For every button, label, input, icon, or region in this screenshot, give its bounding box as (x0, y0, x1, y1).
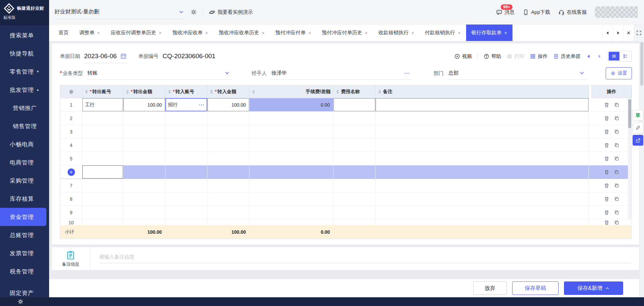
next-doc-icon[interactable] (597, 54, 602, 59)
remark-input[interactable]: 请输入备注信息 (99, 254, 631, 263)
fee-name-cell[interactable] (334, 219, 376, 225)
help-button[interactable]: 帮助 (484, 53, 501, 60)
close-tab-icon[interactable]: × (458, 30, 460, 36)
fee-cell[interactable] (250, 139, 334, 152)
memo-cell[interactable] (376, 206, 589, 219)
fee-cell[interactable] (250, 179, 334, 192)
fee-cell[interactable] (250, 125, 334, 139)
lookup-ellipsis[interactable]: ··· (404, 71, 410, 76)
biz-type-select[interactable]: 转账 (87, 67, 232, 80)
delete-row-button[interactable] (604, 196, 609, 202)
fullscreen-icon[interactable] (634, 25, 644, 41)
grid-scrollbar[interactable] (628, 99, 632, 219)
in-amount-cell[interactable] (207, 125, 250, 139)
in-account-cell[interactable] (165, 179, 207, 192)
memo-cell[interactable] (376, 125, 589, 139)
link-tool[interactable] (633, 122, 643, 133)
form-view-button[interactable] (620, 52, 631, 61)
col-memo[interactable]: 备注 (376, 85, 589, 98)
expand-tool[interactable] (633, 135, 643, 146)
copy-row-button[interactable] (614, 129, 619, 135)
memo-cell[interactable] (376, 98, 589, 112)
out-amount-cell[interactable] (123, 152, 165, 165)
in-account-cell[interactable] (165, 139, 207, 152)
col-in-account[interactable]: *转入账号 (165, 85, 207, 98)
copy-row-button[interactable] (614, 210, 619, 215)
in-account-cell[interactable] (165, 125, 207, 139)
close-tab-icon[interactable]: × (365, 30, 368, 36)
memo-cell[interactable] (376, 219, 589, 225)
in-account-cell[interactable] (165, 206, 207, 219)
grid-scrollbar-thumb[interactable] (628, 99, 631, 128)
close-all-tabs-button[interactable]: × (623, 25, 634, 41)
copy-row-button[interactable] (614, 183, 619, 188)
out-amount-cell[interactable]: 100.00 (123, 98, 165, 112)
delete-row-button[interactable] (604, 183, 609, 188)
fee-name-cell[interactable] (334, 125, 376, 139)
copy-row-button[interactable] (614, 116, 619, 121)
gear-icon[interactable] (190, 9, 197, 15)
in-amount-cell[interactable] (207, 112, 250, 125)
in-amount-cell[interactable] (207, 206, 250, 219)
memo-cell[interactable] (376, 152, 589, 165)
close-tab-icon[interactable]: × (411, 30, 414, 36)
tab-收款核销执行[interactable]: 收款核销执行× (373, 25, 419, 41)
memo-cell[interactable] (376, 179, 589, 192)
sidebar-item-销售管理[interactable]: 销售管理 (0, 117, 49, 135)
fee-name-cell[interactable] (334, 98, 376, 112)
tab-scroll-left-button[interactable] (602, 25, 613, 41)
out-account-cell[interactable] (82, 165, 123, 179)
in-amount-cell[interactable] (207, 179, 250, 192)
close-tab-icon[interactable]: × (97, 30, 100, 36)
out-account-cell[interactable] (82, 219, 123, 225)
memo-cell[interactable] (376, 139, 589, 152)
messages-button[interactable]: 99+ 消息 (496, 9, 515, 15)
out-amount-cell[interactable] (123, 112, 165, 125)
calendar-icon[interactable] (120, 53, 127, 60)
out-account-cell[interactable]: 工行 (82, 98, 123, 112)
department-select[interactable]: 总部 (448, 67, 587, 80)
fee-name-cell[interactable] (334, 139, 376, 152)
tab-预付冲应付单历史[interactable]: 预付冲应付单历史× (316, 25, 373, 41)
memo-cell[interactable] (376, 192, 589, 206)
copy-row-button[interactable] (614, 220, 619, 225)
sidebar-item-营销推广[interactable]: 营销推广 (0, 99, 49, 117)
sidebar-item-资金管理[interactable]: 资金管理 (0, 208, 46, 226)
fee-cell[interactable] (250, 206, 334, 219)
save-and-new-button[interactable]: 保存&新增 (564, 281, 623, 295)
out-account-cell[interactable] (82, 192, 123, 206)
out-amount-cell[interactable] (123, 139, 165, 152)
sidebar-item-总账管理[interactable]: 总账管理 (0, 226, 49, 244)
column-settings-cell[interactable] (60, 85, 82, 98)
sidebar-item-小畅电商[interactable]: 小畅电商 (0, 135, 49, 153)
sidebar-item-发票管理[interactable]: 发票管理 (0, 244, 49, 262)
col-fee[interactable]: 手续费/差额 (250, 85, 334, 98)
handler-field[interactable]: 徐泽华 ··· (271, 67, 412, 80)
fee-cell[interactable] (250, 219, 334, 225)
in-account-cell[interactable] (165, 112, 207, 125)
in-account-cell[interactable]: 招行··· (165, 98, 207, 112)
in-amount-cell[interactable] (207, 219, 250, 225)
copy-row-button[interactable] (614, 196, 619, 202)
out-amount-cell[interactable] (123, 125, 165, 139)
fee-cell[interactable] (250, 152, 334, 165)
account-dropdown[interactable]: 好业财测试-量勿删 (54, 5, 184, 19)
close-tab-icon[interactable]: × (504, 30, 507, 36)
copy-row-button[interactable] (614, 156, 619, 161)
close-tab-icon[interactable]: × (205, 30, 208, 36)
sidebar-item-电商管理[interactable]: 电商管理 (0, 153, 49, 171)
sidebar-item-零售管理[interactable]: 零售管理▼ (0, 63, 49, 81)
fee-cell[interactable] (250, 192, 334, 206)
print-button[interactable]: 打印 (507, 53, 524, 60)
in-amount-cell[interactable] (207, 192, 250, 206)
out-amount-cell[interactable] (123, 192, 165, 206)
fee-name-cell[interactable] (334, 192, 376, 206)
memo-cell[interactable] (376, 165, 589, 179)
fee-cell[interactable]: 0.00 (250, 98, 334, 112)
demo-link[interactable]: 我要看实例演示 (209, 9, 253, 15)
delete-row-button[interactable] (604, 156, 609, 161)
fee-name-cell[interactable] (334, 179, 376, 192)
in-account-cell[interactable] (165, 192, 207, 206)
in-account-cell[interactable] (165, 152, 207, 165)
tab-预收冲应收单历史[interactable]: 预收冲应收单历史× (214, 25, 270, 41)
